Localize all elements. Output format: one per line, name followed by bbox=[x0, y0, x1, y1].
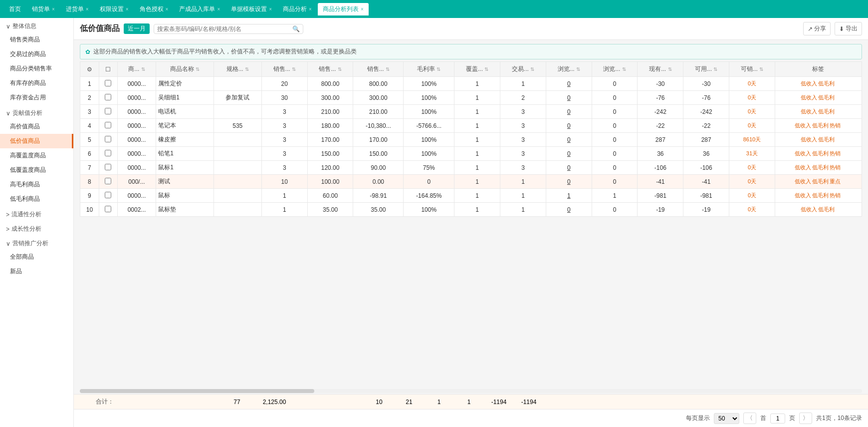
nav-home[interactable]: 首页 bbox=[4, 3, 26, 15]
sidebar-item-traded-products[interactable]: 交易过的商品 bbox=[0, 47, 73, 61]
sidebar-item-stock-funds[interactable]: 库存资金占用 bbox=[0, 90, 73, 105]
row-checkbox[interactable] bbox=[99, 91, 117, 105]
nav-sales-order[interactable]: 销货单 × bbox=[27, 3, 60, 15]
sidebar-item-category-sales-rate[interactable]: 商品分类销售率 bbox=[0, 61, 73, 76]
main-content: 低价值商品 近一月 🔍 ↗ 分享 ⬇ 导出 ✿ 这部分商品的销售收入大幅低于商品… bbox=[74, 18, 868, 427]
row-checkbox[interactable] bbox=[99, 175, 117, 189]
row-checkbox[interactable] bbox=[99, 147, 117, 161]
nav-close-icon[interactable]: × bbox=[166, 6, 169, 12]
row-no: 2 bbox=[80, 91, 99, 105]
sidebar-item-high-margin[interactable]: 高毛利商品 bbox=[0, 177, 73, 192]
row-tags: 低收入低毛利热销 bbox=[775, 119, 862, 133]
row-browse1: 0 bbox=[546, 91, 592, 105]
row-no: 9 bbox=[80, 189, 99, 203]
row-code: 0000... bbox=[117, 147, 156, 161]
per-page-select[interactable]: 50 100 200 bbox=[714, 413, 739, 424]
sidebar-item-sales-products[interactable]: 销售类商品 bbox=[0, 32, 73, 47]
table-row: 10 0002... 鼠标垫 1 35.00 35.00 100% 1 1 0 … bbox=[80, 203, 862, 217]
nav-close-icon[interactable]: × bbox=[269, 6, 272, 12]
col-trade[interactable]: 交易... ⇅ bbox=[500, 62, 546, 77]
row-checkbox[interactable] bbox=[99, 161, 117, 175]
sidebar-item-high-value[interactable]: 高价值商品 bbox=[0, 119, 73, 134]
sidebar-item-high-coverage[interactable]: 高覆盖度商品 bbox=[0, 148, 73, 163]
sidebar-item-low-value[interactable]: 低价值商品 bbox=[0, 134, 73, 148]
row-tags: 低收入低毛利 bbox=[775, 133, 862, 147]
row-browse2: 0 bbox=[592, 119, 638, 133]
row-sales-amt: 300.00 bbox=[307, 91, 353, 105]
row-browse1: 0 bbox=[546, 175, 592, 189]
sidebar-item-low-coverage[interactable]: 低覆盖度商品 bbox=[0, 163, 73, 177]
col-sales-qty[interactable]: 销售... ⇅ bbox=[261, 62, 307, 77]
row-trade: 3 bbox=[500, 105, 546, 119]
sidebar-item-low-margin[interactable]: 低毛利商品 bbox=[0, 192, 73, 206]
next-page-button[interactable]: 〉 bbox=[799, 413, 812, 424]
col-stock[interactable]: 现有... ⇅ bbox=[638, 62, 683, 77]
row-coverage: 1 bbox=[454, 119, 500, 133]
row-margin: -164.85% bbox=[404, 189, 454, 203]
row-browse2: 0 bbox=[592, 203, 638, 217]
col-margin[interactable]: 毛利率 ⇅ bbox=[404, 62, 454, 77]
col-browse2[interactable]: 浏览... ⇅ bbox=[592, 62, 638, 77]
row-code: 0000... bbox=[117, 105, 156, 119]
col-tags[interactable]: 标签 bbox=[775, 62, 862, 77]
col-saleable[interactable]: 可销... ⇅ bbox=[729, 62, 775, 77]
table-row: 6 0000... 铅笔1 3 150.00 150.00 100% 1 3 0… bbox=[80, 147, 862, 161]
col-available[interactable]: 可用... ⇅ bbox=[683, 62, 729, 77]
sidebar-item-all-products[interactable]: 全部商品 bbox=[0, 250, 73, 264]
share-button[interactable]: ↗ 分享 bbox=[803, 22, 831, 35]
sidebar-section-growth[interactable]: > 成长性分析 bbox=[0, 221, 73, 235]
col-name[interactable]: 商品名称 ⇅ bbox=[156, 62, 214, 77]
search-icon[interactable]: 🔍 bbox=[292, 25, 300, 32]
row-checkbox[interactable] bbox=[99, 133, 117, 147]
col-sales-amt[interactable]: 销售... ⇅ bbox=[307, 62, 353, 77]
content-header: 低价值商品 近一月 🔍 ↗ 分享 ⬇ 导出 bbox=[74, 18, 868, 40]
nav-product-analysis-list[interactable]: 商品分析列表 × bbox=[318, 3, 369, 15]
row-saleable: 0天 bbox=[729, 189, 775, 203]
row-checkbox[interactable] bbox=[99, 203, 117, 217]
col-spec[interactable]: 规格... ⇅ bbox=[214, 62, 261, 77]
nav-close-icon[interactable]: × bbox=[217, 6, 220, 12]
section-arrow-icon: ∨ bbox=[6, 23, 10, 30]
sidebar-section-circulation[interactable]: > 流通性分析 bbox=[0, 206, 73, 221]
search-input[interactable] bbox=[157, 25, 292, 32]
col-coverage[interactable]: 覆盖... ⇅ bbox=[454, 62, 500, 77]
time-filter-button[interactable]: 近一月 bbox=[124, 23, 150, 34]
col-settings[interactable]: ⚙ bbox=[80, 62, 99, 77]
nav-role-auth[interactable]: 角色授权 × bbox=[135, 3, 174, 15]
tag-label: 低收入 bbox=[801, 80, 817, 86]
nav-close-icon[interactable]: × bbox=[86, 6, 89, 12]
total-browse1: 1 bbox=[424, 399, 454, 406]
col-sales-avg[interactable]: 销售... ⇅ bbox=[353, 62, 404, 77]
row-browse2: 0 bbox=[592, 175, 638, 189]
row-checkbox[interactable] bbox=[99, 105, 117, 119]
export-button[interactable]: ⬇ 导出 bbox=[835, 22, 862, 35]
sidebar-item-new-products[interactable]: 新品 bbox=[0, 264, 73, 279]
col-code[interactable]: 商... ⇅ bbox=[117, 62, 156, 77]
page-number-input[interactable] bbox=[770, 414, 785, 424]
sidebar-item-stocked-products[interactable]: 有库存的商品 bbox=[0, 76, 73, 90]
row-checkbox[interactable] bbox=[99, 119, 117, 133]
scrollbar-thumb[interactable] bbox=[80, 389, 314, 393]
row-browse1: 0 bbox=[546, 105, 592, 119]
nav-close-icon[interactable]: × bbox=[309, 6, 312, 12]
row-spec bbox=[214, 133, 261, 147]
row-checkbox[interactable] bbox=[99, 77, 117, 91]
nav-purchase-order[interactable]: 进货单 × bbox=[61, 3, 94, 15]
nav-permissions[interactable]: 权限设置 × bbox=[95, 3, 134, 15]
nav-template-settings[interactable]: 单据模板设置 × bbox=[226, 3, 277, 15]
nav-product-inbound[interactable]: 产成品入库单 × bbox=[174, 3, 225, 15]
nav-close-icon[interactable]: × bbox=[126, 6, 129, 12]
row-code: 0000... bbox=[117, 119, 156, 133]
nav-close-icon[interactable]: × bbox=[361, 6, 364, 12]
page-first-label: 首 bbox=[760, 414, 766, 423]
row-checkbox[interactable] bbox=[99, 189, 117, 203]
tag-label: 低毛利 bbox=[818, 108, 835, 114]
nav-close-icon[interactable]: × bbox=[52, 6, 55, 12]
row-browse1: 0 bbox=[546, 147, 592, 161]
nav-product-analysis[interactable]: 商品分析 × bbox=[278, 3, 317, 15]
prev-page-button[interactable]: 〈 bbox=[743, 413, 756, 424]
horizontal-scrollbar[interactable] bbox=[80, 389, 862, 393]
pagination: 每页显示 50 100 200 〈 首 页 〉 共1页，10条记录 bbox=[74, 409, 868, 427]
col-browse1[interactable]: 浏览... ⇅ bbox=[546, 62, 592, 77]
col-checkbox[interactable]: ☐ bbox=[99, 62, 117, 77]
